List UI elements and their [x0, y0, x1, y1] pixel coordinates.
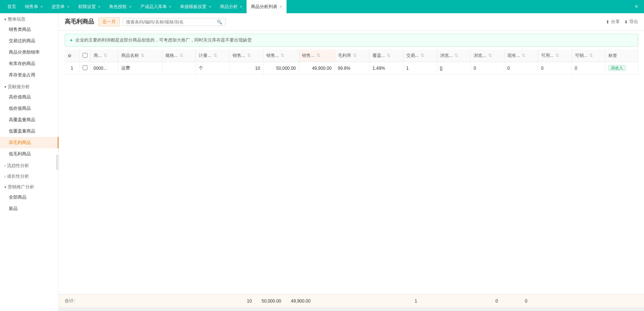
nav-close-all[interactable]: ×: [632, 3, 641, 10]
cell-spec: [162, 62, 196, 75]
sidebar-item-traded-products[interactable]: 交易过的商品: [0, 35, 58, 47]
content-area: 高毛利商品 近一月 🔍 ⬆ 分享 ⬇ 导出 ✦ 企业的主要的利润都是这部分商品创…: [59, 13, 644, 311]
cell-transactions: 1: [403, 62, 437, 75]
cell-unit: 个: [196, 62, 230, 75]
sidebar-group-marketing[interactable]: ▾ 营销推广分析: [0, 181, 58, 192]
sidebar-item-high-margin[interactable]: 高毛利商品: [0, 137, 58, 148]
nav-product-analysis[interactable]: 商品分析 ×: [216, 0, 247, 13]
col-sales-qty-header[interactable]: 销售... ⇅: [230, 50, 263, 62]
sidebar-item-high-coverage[interactable]: 高覆盖量商品: [0, 114, 58, 126]
nav-home[interactable]: 首页: [3, 0, 21, 13]
sidebar-item-new-products[interactable]: 新品: [0, 203, 58, 214]
col-current-stock-header[interactable]: 现有... ⇅: [504, 50, 538, 62]
nav-sales-order[interactable]: 销售单 ×: [21, 0, 47, 13]
sidebar-item-all-products[interactable]: 全部商品: [0, 192, 58, 203]
sort-icon-6: ⇅: [281, 53, 284, 58]
sidebar-item-high-value[interactable]: 高价值商品: [0, 91, 58, 103]
sort-icon-11: ⇅: [454, 53, 458, 58]
nav-close-role[interactable]: ×: [129, 4, 131, 9]
sort-icon-10: ⇅: [421, 53, 424, 58]
search-box: 🔍: [123, 18, 226, 26]
cell-code: 0000...: [90, 62, 118, 75]
col-settings[interactable]: ⚙: [65, 50, 79, 62]
sidebar-item-low-coverage[interactable]: 低覆盖量商品: [0, 126, 58, 137]
cell-name: 运费: [118, 62, 162, 75]
search-input[interactable]: [126, 19, 215, 25]
col-name-header[interactable]: 商品名称 ⇅: [118, 50, 162, 62]
row-checkbox[interactable]: [83, 65, 87, 70]
cell-gross-margin: 99.8%: [335, 62, 370, 75]
nav-permission-settings[interactable]: 权限设置 ×: [74, 0, 105, 13]
sidebar-collapse-button[interactable]: «: [56, 155, 59, 170]
nav-product-analysis-list[interactable]: 商品分析列表 ×: [247, 0, 286, 13]
footer-current-stock: 0: [471, 299, 501, 304]
nav-finished-goods[interactable]: 产成品入库单 ×: [136, 0, 176, 13]
col-sellable-stock-header[interactable]: 可销... ⇅: [572, 50, 605, 62]
share-icon: ⬆: [606, 19, 609, 25]
product-table: ⚙ 商... ⇅ 商品名称 ⇅: [65, 50, 638, 75]
nav-close-finished[interactable]: ×: [169, 4, 171, 9]
select-all-checkbox[interactable]: [83, 53, 87, 58]
col-transactions-header[interactable]: 交易... ⇅: [403, 50, 437, 62]
sidebar-item-low-margin[interactable]: 低毛利商品: [0, 148, 58, 160]
search-icon[interactable]: 🔍: [217, 19, 222, 25]
nav-close-analysis[interactable]: ×: [240, 4, 242, 9]
nav-close-purchase[interactable]: ×: [67, 4, 69, 9]
col-code-header[interactable]: 商... ⇅: [90, 50, 118, 62]
sidebar-item-low-value[interactable]: 低价值商品: [0, 103, 58, 114]
nav-role-auth[interactable]: 角色授权 ×: [105, 0, 136, 13]
export-icon: ⬇: [624, 19, 628, 25]
sort-icon-3: ⇅: [180, 53, 183, 58]
col-checkbox-header[interactable]: [79, 50, 90, 62]
table-container[interactable]: ⚙ 商... ⇅ 商品名称 ⇅: [59, 50, 644, 294]
sidebar-group-growth[interactable]: › 成长性分析: [0, 170, 58, 181]
sort-icon-4: ⇅: [213, 53, 217, 58]
sidebar-group-contribution[interactable]: ▾ 贡献值分析: [0, 81, 58, 91]
table-header-row: ⚙ 商... ⇅ 商品名称 ⇅: [65, 50, 638, 62]
col-coverage-header[interactable]: 覆盖... ⇅: [370, 50, 403, 62]
sidebar-group-overall[interactable]: ▾ 整体信息: [0, 13, 58, 24]
export-button[interactable]: ⬇ 导出: [624, 19, 638, 25]
col-sales-amount-header[interactable]: 销售... ⇅: [263, 50, 299, 62]
col-browse1-header[interactable]: 浏览... ⇅: [437, 50, 471, 62]
nav-purchase-order[interactable]: 进货单 ×: [47, 0, 73, 13]
cell-available-stock: 0: [538, 62, 572, 75]
cell-sellable-stock: 0: [572, 62, 605, 75]
col-unit-header[interactable]: 计量... ⇅: [196, 50, 230, 62]
cell-current-stock: 0: [504, 62, 538, 75]
nav-close-sales[interactable]: ×: [40, 4, 43, 9]
col-gross-margin-header[interactable]: 毛利率 ⇅: [335, 50, 370, 62]
nav-template-settings[interactable]: 单据模板设置 ×: [176, 0, 215, 13]
nav-close-analysis-list[interactable]: ×: [280, 4, 282, 9]
cell-coverage: 1.49%: [370, 62, 403, 75]
col-available-stock-header[interactable]: 可用... ⇅: [538, 50, 572, 62]
sort-icon-5: ⇅: [247, 53, 251, 58]
sidebar-item-sales-products[interactable]: 销售类商品: [0, 24, 58, 35]
col-browse2-header[interactable]: 浏览... ⇅: [471, 50, 504, 62]
col-sales-cost-header[interactable]: 销售... ⇅: [299, 50, 335, 62]
footer-transactions: 1: [391, 299, 420, 304]
cell-browse1[interactable]: 0: [437, 62, 471, 75]
filter-recent-month-button[interactable]: 近一月: [98, 17, 120, 26]
horizontal-scrollbar[interactable]: [59, 307, 644, 311]
sidebar-group-trend[interactable]: › 流趋性分析: [0, 160, 58, 170]
footer-available-stock: 0: [501, 299, 530, 304]
sidebar-item-category-rate[interactable]: 商品分类助销率: [0, 47, 58, 58]
nav-close-template[interactable]: ×: [209, 4, 211, 9]
col-spec-header[interactable]: 规格... ⇅: [162, 50, 196, 62]
top-navigation: 首页 销售单 × 进货单 × 权限设置 × 角色授权 × 产成品入库单 × 单据…: [0, 0, 644, 13]
col-tag-header[interactable]: 标签: [605, 50, 638, 62]
sidebar-item-in-stock[interactable]: 有库存的商品: [0, 58, 58, 69]
cell-seq: 1: [65, 62, 79, 75]
footer-totals: 合计: 10 50,000.00 49,900.00 1 0 0: [59, 294, 644, 307]
info-icon: ✦: [69, 38, 73, 43]
sort-icon-14: ⇅: [555, 53, 559, 58]
chevron-right-icon-2: ›: [4, 174, 6, 178]
share-button[interactable]: ⬆ 分享: [606, 19, 620, 25]
nav-close-permission[interactable]: ×: [98, 4, 100, 9]
cell-checkbox[interactable]: [79, 62, 90, 75]
sort-icon: ⇅: [104, 53, 107, 58]
sidebar: ▾ 整体信息 销售类商品 交易过的商品 商品分类助销率 有库存的商品 库存资金占…: [0, 13, 59, 311]
sidebar-item-stock-capital[interactable]: 库存资金占用: [0, 69, 58, 81]
cell-browse2: 0: [471, 62, 504, 75]
